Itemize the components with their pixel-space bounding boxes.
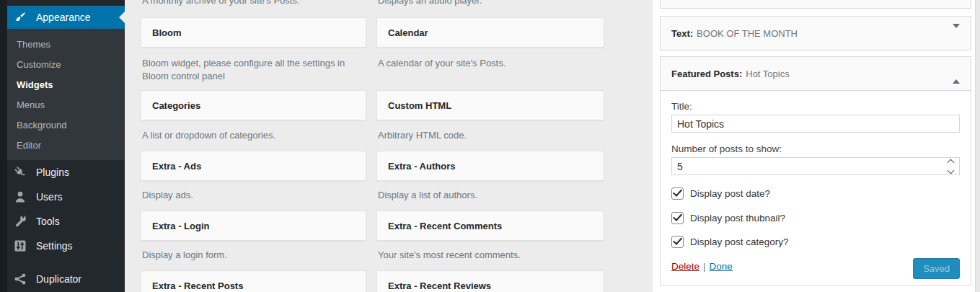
sidebar-item-background[interactable]: Background (7, 115, 125, 136)
widget-card-extra-recent-posts[interactable]: Extra - Recent Posts (141, 270, 366, 292)
appearance-brush-icon (14, 11, 27, 24)
sidebar-item-settings[interactable]: Settings (7, 234, 125, 258)
widget-description: Your site's most recent comments. (378, 249, 604, 262)
link-separator: | (703, 261, 706, 272)
widget-instance-title: Hot Topics (746, 68, 789, 79)
widget-card-extra-ads[interactable]: Extra - Ads (141, 151, 366, 181)
checkbox-label: Display post date? (690, 188, 770, 199)
widget-description: A monthly archive of your site's Posts. (142, 0, 366, 7)
checkbox-label: Display post category? (690, 236, 789, 247)
admin-menu: Plugins Users Tools Settings (7, 160, 125, 291)
widget-description: Bloom widget, please configure all the s… (142, 57, 366, 83)
checkbox-display-post-thumbnail[interactable]: Display post thubnail? (671, 212, 785, 224)
posts-count-input[interactable]: 5 (671, 157, 960, 175)
widget-header-featured-posts[interactable]: Featured Posts: Hot Topics (661, 57, 971, 91)
widget-box-text: Text: BOOK OF THE MONTH (660, 16, 971, 50)
appearance-submenu: Themes Customize Widgets Menus Backgroun… (7, 29, 125, 160)
checkbox-label: Display post thubnail? (690, 213, 785, 224)
widget-description: Display a login form. (142, 249, 366, 262)
widget-card-extra-login[interactable]: Extra - Login (141, 211, 366, 241)
settings-sliders-icon (13, 239, 27, 253)
widget-card-extra-recent-reviews[interactable]: Extra - Recent Reviews (376, 270, 604, 292)
sidebar-item-widgets[interactable]: Widgets (7, 75, 125, 95)
widget-header-text[interactable]: Text: BOOK OF THE MONTH (661, 17, 971, 50)
checkbox-icon[interactable] (671, 236, 684, 248)
widget-description: Display ads. (142, 189, 366, 202)
admin-sidebar: Appearance Themes Customize Widgets Menu… (0, 0, 125, 292)
scrollbar-track[interactable] (975, 0, 980, 292)
sidebar-item-label: Duplicator (36, 273, 81, 285)
widget-description: Display a list of authors. (378, 189, 604, 202)
sidebar-item-customize[interactable]: Customize (7, 55, 125, 75)
sidebar-item-label: Appearance (36, 12, 91, 23)
current-menu-arrow (119, 12, 125, 23)
widget-card-bloom[interactable]: Bloom (141, 17, 366, 48)
users-person-icon (13, 190, 27, 204)
sidebar-item-duplicator[interactable]: Duplicator (7, 267, 125, 291)
widget-description: A calendar of your site's Posts. (378, 57, 604, 70)
widget-card-extra-recent-comments[interactable]: Extra - Recent Comments (376, 211, 604, 241)
widget-card-custom-html[interactable]: Custom HTML (376, 90, 604, 120)
number-stepper-icon[interactable] (948, 160, 953, 173)
done-link[interactable]: Done (710, 261, 733, 272)
widget-actions: Delete|Done (671, 261, 733, 272)
widget-type-label: Text: (671, 28, 693, 39)
sidebar-item-appearance[interactable]: Appearance (7, 6, 125, 29)
widget-description: Displays an audio player. (378, 0, 604, 7)
sidebar-item-editor[interactable]: Editor (7, 136, 125, 156)
widget-box-cut-off[interactable] (660, 0, 971, 9)
sidebar-item-label: Users (36, 191, 63, 203)
title-field-label: Title: (671, 101, 692, 112)
checkbox-icon[interactable] (671, 187, 684, 200)
duplicator-share-icon (13, 272, 27, 286)
widget-card-calendar[interactable]: Calendar (376, 17, 604, 48)
saved-button[interactable]: Saved (913, 258, 960, 279)
widget-description: A list or dropdown of categories. (142, 129, 366, 142)
widgets-column-left: A monthly archive of your site's Posts. … (141, 0, 366, 292)
widget-description: Arbitrary HTML code. (378, 129, 604, 142)
posts-count-label: Number of posts to show: (671, 143, 782, 154)
chevron-down-icon[interactable] (953, 28, 960, 39)
widget-card-extra-authors[interactable]: Extra - Authors (376, 151, 604, 181)
posts-count-value: 5 (677, 161, 683, 172)
plugins-plug-icon (13, 165, 27, 180)
widgets-column-right: Displays an audio player. Calendar A cal… (376, 0, 604, 292)
widget-type-label: Featured Posts: (671, 68, 742, 79)
sidebar-item-label: Settings (36, 240, 73, 252)
checkbox-display-post-category[interactable]: Display post category? (671, 236, 789, 248)
sidebar-item-label: Tools (36, 216, 60, 227)
title-input[interactable] (671, 115, 960, 133)
checkbox-icon[interactable] (671, 212, 684, 224)
sidebar-item-users[interactable]: Users (7, 185, 125, 209)
delete-link[interactable]: Delete (671, 261, 699, 272)
sidebar-item-menus[interactable]: Menus (7, 95, 125, 115)
sidebar-item-tools[interactable]: Tools (7, 209, 125, 234)
sidebar-item-plugins[interactable]: Plugins (7, 160, 125, 185)
available-widgets-area: A monthly archive of your site's Posts. … (125, 0, 653, 292)
chevron-up-icon[interactable] (953, 68, 960, 79)
sidebar-widget-area-panel: Text: BOOK OF THE MONTH Featured Posts: … (653, 0, 975, 292)
tools-wrench-icon (13, 214, 27, 229)
sidebar-edge (0, 0, 7, 292)
sidebar-item-themes[interactable]: Themes (7, 35, 125, 55)
widget-card-categories[interactable]: Categories (141, 90, 366, 120)
widget-instance-title: BOOK OF THE MONTH (697, 28, 798, 39)
checkbox-display-post-date[interactable]: Display post date? (671, 187, 770, 200)
sidebar-item-label: Plugins (36, 167, 69, 178)
widget-box-featured-posts: Featured Posts: Hot Topics Title: Number… (660, 56, 971, 286)
wordpress-admin-widgets-screen: Appearance Themes Customize Widgets Menu… (0, 0, 980, 292)
